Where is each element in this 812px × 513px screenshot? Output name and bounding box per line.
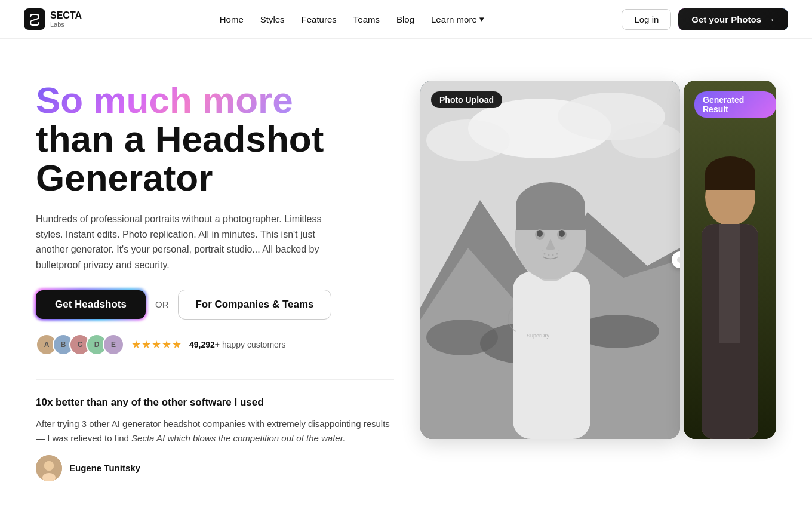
chevron-down-icon: ▾: [479, 14, 484, 24]
logo-icon: [24, 8, 45, 30]
nav-home[interactable]: Home: [220, 14, 244, 24]
get-photos-button[interactable]: Get your Photos →: [678, 8, 788, 30]
hero-title-line2: Generator: [36, 157, 213, 198]
stars-rating: ★★★★★: [131, 338, 182, 351]
svg-point-21: [537, 230, 543, 237]
svg-point-22: [559, 230, 565, 237]
navbar: SECTA Labs Home Styles Features Teams Bl…: [0, 0, 812, 39]
login-button[interactable]: Log in: [622, 9, 671, 30]
result-image: [684, 81, 776, 439]
testimonial-author: Eugene Tunitsky: [36, 455, 394, 481]
svg-point-8: [611, 122, 680, 158]
generated-result-card: Generated Result: [684, 81, 776, 439]
svg-point-24: [548, 254, 550, 256]
companies-teams-button[interactable]: For Companies & Teams: [178, 290, 331, 320]
nav-features[interactable]: Features: [302, 14, 337, 24]
hero-title: So much more than a Headshot Generator: [36, 81, 394, 197]
hero-title-line1: than a Headshot: [36, 118, 324, 159]
logo-name: SECTA: [50, 10, 82, 21]
svg-point-7: [426, 119, 510, 161]
svg-rect-18: [516, 206, 585, 230]
nav-teams[interactable]: Teams: [353, 14, 380, 24]
social-proof: A B C D E ★★★★★ 49,292+ happy customers: [36, 334, 394, 355]
portrait-image: SuperDry: [420, 81, 680, 439]
hero-buttons: Get Headshots OR For Companies & Teams: [36, 290, 394, 320]
svg-point-26: [556, 253, 558, 255]
hero-right: SuperDry Photo Upload: [418, 81, 776, 439]
portrait-background: SuperDry: [420, 81, 680, 439]
nav-actions: Log in Get your Photos →: [622, 8, 788, 30]
logo-sub: Labs: [50, 21, 82, 28]
get-headshots-wrapper: Get Headshots: [36, 290, 146, 319]
photo-upload-badge: Photo Upload: [431, 91, 502, 108]
customer-avatars: A B C D E: [36, 334, 124, 355]
avatar-5: E: [103, 334, 124, 355]
hero-left: So much more than a Headshot Generator H…: [36, 81, 394, 481]
hero-description: Hundreds of professional portraits witho…: [36, 211, 334, 272]
svg-rect-14: [513, 272, 590, 439]
nav-styles[interactable]: Styles: [260, 14, 285, 24]
or-separator: OR: [155, 299, 169, 309]
svg-point-3: [44, 461, 54, 471]
svg-point-27: [542, 250, 543, 251]
photo-upload-card: SuperDry Photo Upload: [420, 81, 680, 439]
svg-point-28: [558, 250, 559, 251]
hero-section: So much more than a Headshot Generator H…: [0, 39, 812, 505]
testimonial-section: 10x better than any of the other softwar…: [36, 379, 394, 481]
nav-links: Home Styles Features Teams Blog Learn mo…: [220, 14, 484, 24]
svg-text:SuperDry: SuperDry: [527, 333, 550, 339]
nav-learn-more[interactable]: Learn more ▾: [431, 14, 484, 24]
generated-result-badge: Generated Result: [694, 91, 776, 118]
nav-blog[interactable]: Blog: [396, 14, 414, 24]
author-avatar-svg: [36, 455, 62, 481]
result-background: [684, 81, 776, 439]
svg-point-25: [552, 254, 554, 256]
svg-point-23: [544, 253, 546, 255]
testimonial-body: After trying 3 other AI generator headsh…: [36, 417, 394, 446]
customers-count: 49,292+ happy customers: [189, 340, 286, 349]
logo-text-block: SECTA Labs: [50, 10, 82, 28]
testimonial-title: 10x better than any of the other softwar…: [36, 397, 394, 408]
arrow-icon: →: [766, 14, 775, 24]
svg-rect-36: [705, 173, 755, 190]
hero-title-gradient: So much more: [36, 79, 293, 121]
author-avatar: [36, 455, 62, 481]
svg-rect-38: [719, 224, 740, 343]
logo-link[interactable]: SECTA Labs: [24, 8, 82, 30]
author-name: Eugene Tunitsky: [69, 463, 140, 473]
get-headshots-button[interactable]: Get Headshots: [36, 290, 146, 319]
